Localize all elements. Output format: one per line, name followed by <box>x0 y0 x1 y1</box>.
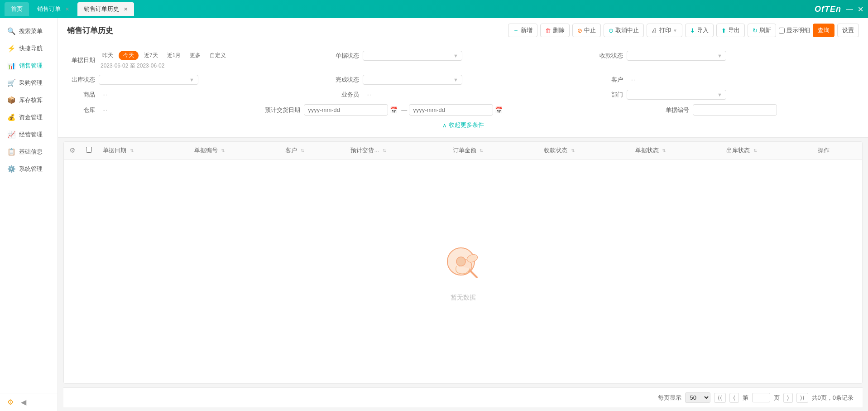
date-btn-custom[interactable]: 自定义 <box>206 51 230 60</box>
purchase-icon: 🛒 <box>7 79 15 87</box>
delivery-date-start[interactable] <box>304 104 388 116</box>
date-btn-more[interactable]: 更多 <box>186 51 204 60</box>
sidebar-item-base[interactable]: 📋 基础信息 <box>0 143 58 160</box>
bill-status-select[interactable]: ▼ <box>363 51 462 61</box>
sidebar-item-sales[interactable]: 📊 销售管理 <box>0 57 58 74</box>
sidebar-item-finance[interactable]: 💰 资金管理 <box>0 109 58 126</box>
tab-sales-order-history-close[interactable]: ✕ <box>124 6 128 12</box>
sort-customer-icon[interactable]: ⇅ <box>301 148 304 153</box>
filter-date-cell: 单据日期 昨天 今天 近7天 近1月 更多 自定义 2023-06-02 至 2… <box>67 51 331 70</box>
out-status-arrow: ▼ <box>189 77 194 82</box>
base-icon: 📋 <box>7 148 15 156</box>
calendar-start-icon[interactable]: 📅 <box>388 106 399 114</box>
display-toggle-checkbox[interactable] <box>779 28 785 34</box>
th-no-label: 单据编号 <box>194 147 218 154</box>
complete-status-select[interactable]: ▼ <box>363 75 462 85</box>
delete-btn[interactable]: 🗑 删除 <box>540 24 570 37</box>
tab-sales-order-history[interactable]: 销售订单历史 ✕ <box>77 2 134 16</box>
sidebar-item-inventory[interactable]: 📦 库存核算 <box>0 92 58 109</box>
th-date: 单据日期 ⇅ <box>97 142 189 160</box>
tab-sales-order[interactable]: 销售订单 ✕ <box>31 2 76 16</box>
th-delivery: 预计交货... ⇅ <box>345 142 447 160</box>
sort-amount-icon[interactable]: ⇅ <box>480 148 483 153</box>
import-btn[interactable]: ⬇ 导入 <box>685 24 714 37</box>
query-label: 查询 <box>818 26 830 34</box>
new-btn[interactable]: ＋ 新增 <box>508 24 537 37</box>
calendar-end-icon[interactable]: 📅 <box>493 106 504 114</box>
date-btn-yesterday[interactable]: 昨天 <box>99 51 117 60</box>
content-area: 销售订单历史 ＋ 新增 🗑 删除 ⊘ 中止 ⊙ <box>58 18 868 411</box>
cancel-stop-btn[interactable]: ⊙ 取消中止 <box>604 24 644 37</box>
tab-home-label: 首页 <box>11 5 23 13</box>
quick-nav-icon: ⚡ <box>7 44 15 53</box>
sidebar-item-system[interactable]: ⚙️ 系统管理 <box>0 160 58 178</box>
delivery-date-label: 预计交货日期 <box>265 106 304 114</box>
export-btn[interactable]: ⬆ 导出 <box>716 24 745 37</box>
settings-btn[interactable]: 设置 <box>837 24 859 37</box>
prev-page-btn[interactable]: ⟨ <box>729 393 739 403</box>
sidebar-item-search-menu[interactable]: 🔍 搜索菜单 <box>0 23 58 40</box>
query-btn[interactable]: 查询 <box>813 24 834 37</box>
current-page-input[interactable]: 1 <box>752 393 770 402</box>
sort-out-icon[interactable]: ⇅ <box>753 148 757 153</box>
tab-sales-order-close[interactable]: ✕ <box>65 6 69 12</box>
bill-status-label: 单据状态 <box>331 52 363 60</box>
cancel-stop-icon: ⊙ <box>609 27 614 34</box>
print-btn[interactable]: 🖨 打印 ▼ <box>647 24 682 37</box>
collapse-up-icon: ∧ <box>442 122 447 129</box>
sidebar-item-operation[interactable]: 📈 经营管理 <box>0 126 58 143</box>
tab-home[interactable]: 首页 <box>5 2 29 16</box>
sort-delivery-icon[interactable]: ⇅ <box>383 148 386 153</box>
filter-department-cell: 部门 ▼ <box>595 90 859 100</box>
sort-receipt-icon[interactable]: ⇅ <box>571 148 575 153</box>
sidebar-item-purchase[interactable]: 🛒 采购管理 <box>0 74 58 92</box>
warehouse-more-btn[interactable]: ··· <box>99 105 111 115</box>
sidebar-item-purchase-label: 采购管理 <box>19 79 43 87</box>
stop-btn[interactable]: ⊘ 中止 <box>572 24 601 37</box>
receipt-status-select[interactable]: ▼ <box>627 51 726 61</box>
next-page-btn[interactable]: ⟩ <box>783 393 793 403</box>
new-icon: ＋ <box>513 26 519 34</box>
sidebar-item-quick-nav[interactable]: ⚡ 快捷导航 <box>0 40 58 57</box>
print-dropdown-arrow: ▼ <box>673 28 677 33</box>
table-container: ⚙ 单据日期 ⇅ 单据编号 ⇅ <box>63 141 863 384</box>
out-status-select[interactable]: ▼ <box>99 75 198 85</box>
refresh-label: 刷新 <box>759 26 771 34</box>
collapse-bar[interactable]: ∧ 收起更多条件 <box>67 118 859 133</box>
customer-more-btn[interactable]: ··· <box>627 74 639 85</box>
select-all-checkbox[interactable] <box>86 147 92 153</box>
date-btn-7days[interactable]: 近7天 <box>140 51 162 60</box>
date-btn-today[interactable]: 今天 <box>119 51 139 60</box>
table-settings-icon[interactable]: ⚙ <box>69 146 75 154</box>
last-page-btn[interactable]: ⟩⟩ <box>796 393 808 403</box>
sidebar-item-sales-label: 销售管理 <box>19 62 43 70</box>
filter-salesperson-cell: 业务员 ··· <box>331 89 595 100</box>
goods-more-btn[interactable]: ··· <box>99 89 111 100</box>
page-size-label: 每页显示 <box>658 394 681 402</box>
first-page-btn[interactable]: ⟨⟨ <box>714 393 726 403</box>
th-no: 单据编号 ⇅ <box>189 142 280 160</box>
inventory-icon: 📦 <box>7 96 15 104</box>
salesperson-more-btn[interactable]: ··· <box>363 89 375 100</box>
window-close-btn[interactable]: ✕ <box>858 5 863 14</box>
export-label: 导出 <box>728 26 740 34</box>
page-size-select[interactable]: 50 100 200 <box>685 392 710 403</box>
th-action: 操作 <box>812 142 862 160</box>
refresh-btn[interactable]: ↻ 刷新 <box>748 24 776 37</box>
department-select[interactable]: ▼ <box>627 90 726 100</box>
delivery-date-end[interactable] <box>409 104 493 116</box>
sidebar-settings-icon[interactable]: ⚙ <box>7 398 14 406</box>
tab-sales-order-history-label: 销售订单历史 <box>84 5 119 13</box>
window-minimize-btn[interactable]: — <box>846 5 853 13</box>
bill-no-input[interactable] <box>693 104 777 116</box>
sort-date-icon[interactable]: ⇅ <box>130 148 134 153</box>
sort-bill-icon[interactable]: ⇅ <box>662 148 666 153</box>
display-toggle[interactable]: 显示明细 <box>779 26 810 34</box>
sidebar-item-operation-label: 经营管理 <box>19 131 43 139</box>
complete-status-label: 完成状态 <box>331 76 363 84</box>
display-toggle-label: 显示明细 <box>786 26 810 34</box>
sidebar-collapse-icon[interactable]: ◀ <box>21 398 26 406</box>
date-btn-1month[interactable]: 近1月 <box>163 51 185 60</box>
page-label-pre: 第 <box>743 394 748 402</box>
sort-no-icon[interactable]: ⇅ <box>221 148 225 153</box>
